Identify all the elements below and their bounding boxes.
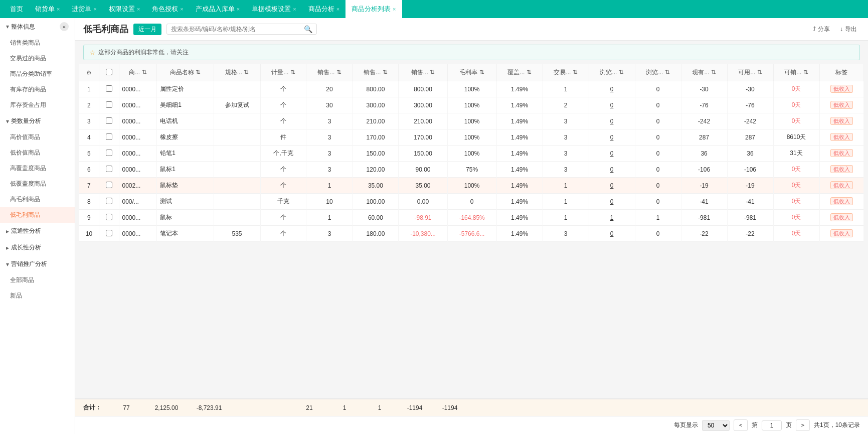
close-icon[interactable]: × — [180, 6, 183, 12]
row-checkbox[interactable] — [99, 146, 119, 162]
close-icon[interactable]: × — [57, 6, 60, 12]
col-code[interactable]: 商... ⇅ — [119, 64, 157, 81]
row-checkbox[interactable] — [99, 113, 119, 129]
row-checkbox[interactable] — [99, 210, 119, 226]
row-select-checkbox[interactable] — [106, 166, 112, 172]
col-view2[interactable]: 浏览... ⇅ — [635, 64, 681, 81]
nav-template-settings[interactable]: 单据模板设置 × — [246, 0, 302, 18]
row-view1[interactable]: 0 — [589, 81, 635, 97]
close-icon[interactable]: × — [93, 6, 96, 12]
close-icon[interactable]: × — [293, 6, 296, 12]
row-checkbox[interactable] — [99, 97, 119, 113]
row-view1[interactable]: 0 — [589, 178, 635, 194]
sidebar-group-circulation[interactable]: ▸ 流通性分析 — [0, 223, 75, 239]
page-number-input[interactable] — [762, 420, 782, 430]
select-all-checkbox[interactable] — [106, 69, 112, 75]
sidebar-item-in-stock[interactable]: 有库存的商品 — [0, 82, 75, 97]
sidebar-group-marketing[interactable]: ▾ 营销推广分析 — [0, 256, 75, 272]
sidebar-item-low-value[interactable]: 低价值商品 — [0, 145, 75, 161]
row-view1[interactable]: 0 — [589, 226, 635, 242]
row-sales-price: 300.00 — [353, 97, 399, 113]
row-view1[interactable]: 0 — [589, 146, 635, 162]
col-coverage[interactable]: 覆盖... ⇅ — [496, 64, 543, 81]
sidebar-item-high-coverage[interactable]: 高覆盖度商品 — [0, 161, 75, 176]
col-stock-sellable[interactable]: 可销... ⇅ — [773, 64, 819, 81]
nav-sales-order[interactable]: 销货单 × — [29, 0, 66, 18]
search-icon[interactable]: 🔍 — [304, 25, 312, 33]
sidebar-group-quantity[interactable]: ▾ 类数量分析 — [0, 113, 75, 129]
sidebar-item-traded-goods[interactable]: 交易过的商品 — [0, 51, 75, 66]
col-unit[interactable]: 计量... ⇅ — [260, 64, 306, 81]
share-button[interactable]: ⤴ 分享 — [810, 24, 833, 35]
row-checkbox[interactable] — [99, 178, 119, 194]
row-checkbox[interactable] — [99, 162, 119, 178]
row-select-checkbox[interactable] — [106, 198, 112, 204]
row-view1[interactable]: 0 — [589, 194, 635, 210]
nav-purchase-order[interactable]: 进货单 × — [66, 0, 102, 18]
row-view1[interactable]: 0 — [589, 113, 635, 129]
row-view1[interactable]: 1 — [589, 210, 635, 226]
nav-product-analysis-list[interactable]: 商品分析列表 × — [345, 0, 402, 18]
col-sales-profit[interactable]: 销售... ⇅ — [399, 64, 447, 81]
row-select-checkbox[interactable] — [106, 230, 112, 236]
prev-page-button[interactable]: ＜ — [734, 419, 748, 431]
col-view1[interactable]: 浏览... ⇅ — [589, 64, 635, 81]
collapse-button[interactable]: « — [60, 22, 69, 31]
col-sales-price[interactable]: 销售... ⇅ — [353, 64, 399, 81]
row-tag: 低收入 — [819, 97, 863, 113]
col-gross-rate[interactable]: 毛利率 ⇅ — [447, 64, 496, 81]
row-select-checkbox[interactable] — [106, 182, 112, 188]
col-name[interactable]: 商品名称 ⇅ — [157, 64, 214, 81]
sidebar-item-sales-goods[interactable]: 销售类商品 — [0, 35, 75, 51]
next-page-button[interactable]: ＞ — [796, 419, 810, 431]
col-sales-count[interactable]: 销售... ⇅ — [306, 64, 353, 81]
col-trade[interactable]: 交易... ⇅ — [543, 64, 589, 81]
row-select-checkbox[interactable] — [106, 150, 112, 156]
row-select-checkbox[interactable] — [106, 214, 112, 220]
chevron-right-icon: ▸ — [6, 244, 9, 251]
row-checkbox[interactable] — [99, 194, 119, 210]
nav-permissions[interactable]: 权限设置 × — [103, 0, 146, 18]
row-select-checkbox[interactable] — [106, 117, 112, 124]
row-select-checkbox[interactable] — [106, 101, 112, 108]
row-checkbox[interactable] — [99, 129, 119, 146]
row-view2: 0 — [635, 178, 681, 194]
col-spec[interactable]: 规格... ⇅ — [214, 64, 260, 81]
row-checkbox[interactable] — [99, 226, 119, 242]
nav-role-auth[interactable]: 角色授权 × — [146, 0, 189, 18]
close-icon[interactable]: × — [237, 6, 240, 12]
col-tag[interactable]: 标签 — [819, 64, 863, 81]
nav-product-inbound[interactable]: 产成品入库单 × — [190, 0, 246, 18]
nav-product-analysis[interactable]: 商品分析 × — [302, 0, 345, 18]
time-filter-button[interactable]: 近一月 — [133, 24, 161, 35]
col-checkbox[interactable] — [99, 64, 119, 81]
search-input[interactable] — [171, 26, 304, 33]
close-icon[interactable]: × — [336, 6, 339, 12]
sidebar-item-stock-capital[interactable]: 库存资金占用 — [0, 97, 75, 113]
col-stock-available[interactable]: 可用... ⇅ — [727, 64, 773, 81]
page-size-select[interactable]: 50 100 200 — [702, 420, 730, 431]
sidebar-item-category-rate[interactable]: 商品分类助销率 — [0, 66, 75, 82]
sidebar-item-high-margin[interactable]: 高毛利商品 — [0, 192, 75, 207]
sidebar-group-growth[interactable]: ▸ 成长性分析 — [0, 239, 75, 256]
export-button[interactable]: ↓ 导出 — [837, 24, 860, 35]
close-icon[interactable]: × — [137, 6, 140, 12]
row-view1[interactable]: 0 — [589, 129, 635, 146]
row-checkbox[interactable] — [99, 81, 119, 97]
sidebar-item-low-margin[interactable]: 低毛利商品 — [0, 207, 75, 223]
col-stock-current[interactable]: 现有... ⇅ — [681, 64, 727, 81]
sidebar-item-high-value[interactable]: 高价值商品 — [0, 129, 75, 145]
sidebar-item-low-coverage[interactable]: 低覆盖度商品 — [0, 176, 75, 192]
row-select-checkbox[interactable] — [106, 133, 112, 140]
close-icon[interactable]: × — [393, 6, 396, 12]
row-view1[interactable]: 0 — [589, 162, 635, 178]
row-coverage: 1.49% — [496, 226, 543, 242]
table-row: 6 0000... 鼠标1 个 3 120.00 90.00 75% 1.49%… — [79, 162, 864, 178]
nav-home[interactable]: 首页 — [4, 0, 29, 18]
sidebar-item-all-goods[interactable]: 全部商品 — [0, 272, 75, 288]
col-settings[interactable]: ⚙ — [79, 64, 99, 81]
sidebar-group-overall[interactable]: ▾ 整体信息 « — [0, 18, 75, 35]
row-view1[interactable]: 0 — [589, 97, 635, 113]
sidebar-item-new-goods[interactable]: 新品 — [0, 288, 75, 304]
row-select-checkbox[interactable] — [106, 85, 112, 92]
